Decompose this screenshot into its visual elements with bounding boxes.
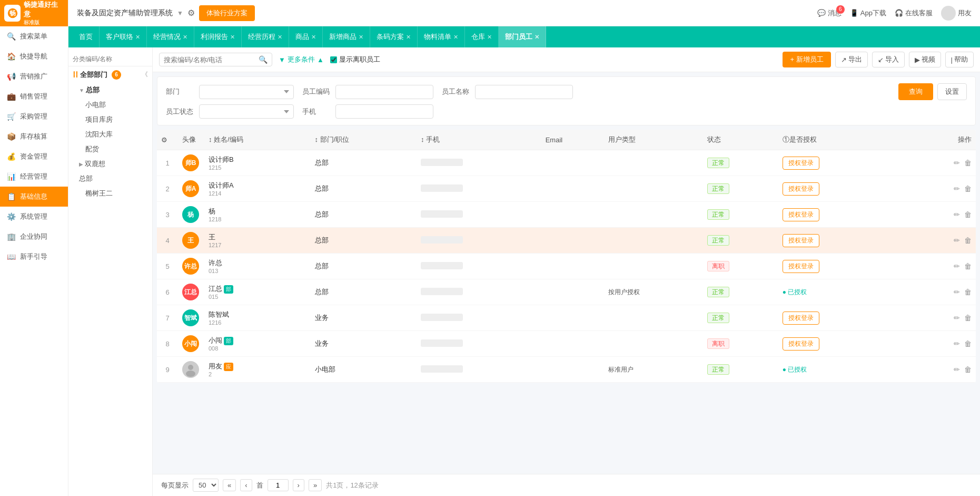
auth-cell[interactable]: 授权登录 [778, 202, 890, 228]
edit-btn[interactable]: ✏ [954, 339, 960, 348]
tab-operation-status[interactable]: 经营情况✕ [147, 26, 194, 47]
more-filters-btn[interactable]: ▼ 更多条件 ▲ [279, 55, 324, 64]
emp-name-input[interactable] [475, 85, 573, 99]
auth-btn[interactable]: 授权登录 [783, 260, 819, 273]
app-download-btn[interactable]: 📱 App下载 [850, 8, 886, 18]
sidebar-item-finance[interactable]: 💰 资金管理 [0, 147, 68, 167]
edit-btn[interactable]: ✏ [954, 159, 960, 167]
view-btn[interactable]: ▶ 视频 [909, 52, 941, 67]
col-dept-pos[interactable]: ↕ 部门/职位 [311, 130, 417, 150]
sidebar-item-quick-nav[interactable]: 🏠 快捷导航 [0, 46, 68, 66]
delete-btn[interactable]: 🗑 [964, 210, 972, 219]
tab-warehouse[interactable]: 仓库✕ [465, 26, 499, 47]
delete-btn[interactable]: 🗑 [964, 288, 972, 296]
sidebar-item-guide[interactable]: 📖 新手引导 [0, 247, 68, 267]
sidebar-item-marketing[interactable]: 📢 营销推广 [0, 66, 68, 86]
auth-cell[interactable]: 授权登录 [778, 254, 890, 279]
tab-customer[interactable]: 客户联络✕ [100, 26, 147, 47]
tab-goods[interactable]: 商品✕ [289, 26, 323, 47]
auth-btn[interactable]: 授权登录 [783, 337, 819, 351]
auth-cell[interactable]: 授权登录 [778, 228, 890, 254]
tab-dept-staff[interactable]: 部门员工✕ [499, 26, 546, 47]
delete-btn[interactable]: 🗑 [964, 314, 972, 322]
dept-tree-item-hq[interactable]: 总部 [68, 171, 152, 186]
dept-search-input[interactable] [73, 55, 152, 63]
help-btn[interactable]: | 帮助 [945, 52, 974, 67]
tab-close-icon[interactable]: ✕ [230, 34, 235, 41]
sidebar-item-system[interactable]: ⚙️ 系统管理 [0, 207, 68, 227]
tab-add-goods[interactable]: 新增商品✕ [323, 26, 370, 47]
export-btn[interactable]: ↗ 导出 [835, 52, 868, 67]
reset-btn[interactable]: 设置 [937, 83, 967, 100]
sidebar-item-inventory[interactable]: 📦 库存核算 [0, 127, 68, 147]
emp-code-input[interactable] [335, 85, 433, 99]
edit-btn[interactable]: ✏ [954, 184, 960, 193]
tab-close-icon[interactable]: ✕ [487, 34, 492, 41]
sidebar-item-operation[interactable]: 📊 经营管理 [0, 167, 68, 187]
tab-close-icon[interactable]: ✕ [311, 34, 316, 41]
auth-btn[interactable]: 授权登录 [783, 157, 819, 170]
page-number-input[interactable] [268, 479, 289, 491]
prev-page-btn[interactable]: ‹ [240, 479, 252, 491]
auth-cell[interactable]: 已授权 [778, 357, 890, 383]
auth-cell[interactable]: 已授权 [778, 279, 890, 305]
tab-home[interactable]: 首页 [73, 26, 100, 47]
delete-btn[interactable]: 🗑 [964, 236, 972, 245]
trial-btn[interactable]: 体验行业方案 [199, 5, 255, 21]
first-page-btn[interactable]: « [223, 479, 236, 491]
tab-barcode[interactable]: 条码方案✕ [370, 26, 418, 47]
show-resigned-input[interactable] [330, 56, 337, 63]
edit-btn[interactable]: ✏ [954, 262, 960, 270]
delete-btn[interactable]: 🗑 [964, 159, 972, 167]
dept-tree-item-hq-group[interactable]: 总部 [68, 83, 152, 98]
sidebar-item-sales[interactable]: 💼 销售管理 [0, 86, 68, 106]
tab-close-icon[interactable]: ✕ [183, 34, 187, 41]
auth-cell[interactable]: 授权登录 [778, 176, 890, 202]
delete-btn[interactable]: 🗑 [964, 262, 972, 270]
settings-icon[interactable]: ⚙ [187, 8, 195, 18]
sidebar-item-search[interactable]: 🔍 搜索菜单 [0, 26, 68, 46]
tab-close-icon[interactable]: ✕ [135, 34, 140, 41]
auth-cell[interactable]: 授权登录 [778, 331, 890, 357]
import-btn[interactable]: ↙ 导入 [872, 52, 905, 67]
query-btn[interactable]: 查询 [898, 83, 933, 100]
col-settings[interactable]: ⚙ [157, 130, 178, 150]
auth-cell[interactable]: 授权登录 [778, 305, 890, 331]
edit-btn[interactable]: ✏ [954, 236, 960, 245]
sidebar-item-basic[interactable]: 📋 基础信息 [0, 187, 68, 207]
edit-btn[interactable]: ✏ [954, 365, 960, 374]
notification-btn[interactable]: 💬 消息 6 [817, 8, 842, 18]
tab-close-icon[interactable]: ✕ [534, 34, 539, 41]
delete-btn[interactable]: 🗑 [964, 184, 972, 193]
show-resigned-checkbox[interactable]: 显示离职员工 [330, 55, 380, 64]
delete-btn[interactable]: 🗑 [964, 339, 972, 348]
edit-btn[interactable]: ✏ [954, 288, 960, 296]
search-input[interactable] [164, 56, 259, 64]
emp-status-select[interactable] [199, 104, 294, 119]
edit-btn[interactable]: ✏ [954, 314, 960, 322]
per-page-select[interactable]: 50 [193, 479, 219, 492]
auth-btn[interactable]: 授权登录 [783, 234, 819, 247]
dept-tree-item-double-deer[interactable]: 双鹿想 [68, 157, 152, 171]
tab-close-icon[interactable]: ✕ [453, 34, 458, 41]
auth-btn[interactable]: 授权登录 [783, 312, 819, 325]
last-page-btn[interactable]: » [309, 479, 322, 491]
edit-btn[interactable]: ✏ [954, 210, 960, 219]
auth-btn[interactable]: 授权登录 [783, 208, 819, 221]
tab-close-icon[interactable]: ✕ [359, 34, 363, 41]
sidebar-item-company[interactable]: 🏢 企业协同 [0, 227, 68, 247]
auth-cell[interactable]: 授权登录 [778, 150, 890, 176]
tab-close-icon[interactable]: ✕ [278, 34, 282, 41]
auth-btn[interactable]: 授权登录 [783, 182, 819, 196]
next-page-btn[interactable]: › [293, 479, 304, 491]
dept-tree-item-shenyang[interactable]: 沈阳大库 [68, 127, 152, 142]
delete-btn[interactable]: 🗑 [964, 365, 972, 374]
dept-select[interactable] [199, 85, 294, 99]
tab-profit-report[interactable]: 利润报告✕ [194, 26, 242, 47]
col-phone[interactable]: ↕ 手机 [417, 130, 541, 150]
sidebar-item-purchase[interactable]: 🛒 采购管理 [0, 106, 68, 127]
tab-operation-history[interactable]: 经营历程✕ [242, 26, 289, 47]
dept-tree-item-small-elec[interactable]: 小电部 [68, 98, 152, 112]
phone-input[interactable] [335, 104, 433, 119]
collapse-dept-tree-btn[interactable]: 《 [142, 70, 148, 79]
